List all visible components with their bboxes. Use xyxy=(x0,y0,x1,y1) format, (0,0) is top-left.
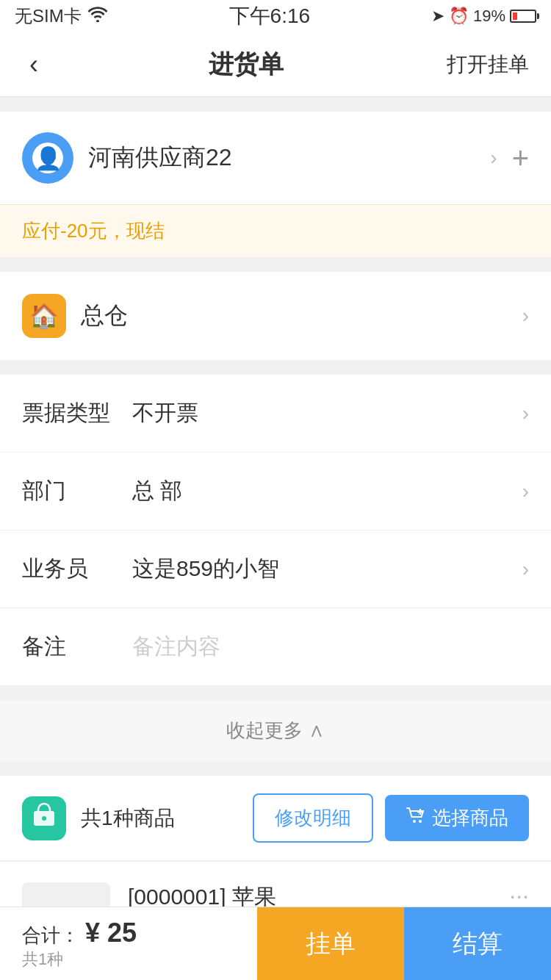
avatar-face: 👤 xyxy=(35,145,62,171)
cart-icon xyxy=(406,807,426,829)
form-row-ticket[interactable]: 票据类型 不开票 › xyxy=(0,375,551,453)
total-amount: ¥ 25 xyxy=(85,918,137,948)
checkout-button[interactable]: 结算 xyxy=(404,907,551,980)
hang-button[interactable]: 挂单 xyxy=(257,907,404,980)
form-section: 票据类型 不开票 › 部门 总 部 › 业务员 这是859的小智 › 备注 备注… xyxy=(0,375,551,685)
avatar-inner: 👤 xyxy=(32,143,63,173)
product-more-button[interactable]: ··· xyxy=(497,882,529,909)
bottom-bar: 合计： ¥ 25 共1种 挂单 结算 xyxy=(0,907,551,980)
warehouse-chevron-icon: › xyxy=(522,304,529,328)
form-row-salesman[interactable]: 业务员 这是859的小智 › xyxy=(0,530,551,608)
product-header: 共1种商品 修改明细 选择商品 xyxy=(0,776,551,860)
status-right: ➤ ⏰ 19% xyxy=(431,7,536,26)
total-label: 合计： xyxy=(22,923,79,948)
warehouse-section: 🏠 总仓 › xyxy=(0,272,551,360)
department-chevron-icon: › xyxy=(522,480,529,503)
status-bar: 无SIM卡 下午6:16 ➤ ⏰ 19% xyxy=(0,0,551,32)
battery-label: 19% xyxy=(473,7,505,26)
open-hang-button[interactable]: 打开挂单 xyxy=(447,51,529,79)
nav-bar: ‹ 进货单 打开挂单 xyxy=(0,32,551,97)
salesman-value: 这是859的小智 xyxy=(118,554,522,584)
total-sub: 共1种 xyxy=(22,948,235,970)
supplier-add-button[interactable]: + xyxy=(512,142,529,175)
supplier-avatar: 👤 xyxy=(22,132,73,184)
warehouse-icon: 🏠 xyxy=(22,294,66,338)
page-title: 进货单 xyxy=(209,48,284,82)
battery-icon xyxy=(510,10,536,23)
edit-detail-button[interactable]: 修改明细 xyxy=(253,793,373,843)
remark-label: 备注 xyxy=(22,632,118,662)
svg-point-1 xyxy=(42,816,46,821)
supplier-section: 👤 河南供应商22 › + 应付-20元，现结 xyxy=(0,112,551,257)
collapse-label: 收起更多 ∧ xyxy=(226,718,324,743)
carrier-label: 无SIM卡 xyxy=(15,4,82,28)
salesman-chevron-icon: › xyxy=(522,558,529,581)
salesman-label: 业务员 xyxy=(22,554,118,584)
supplier-row[interactable]: 👤 河南供应商22 › + xyxy=(0,112,551,204)
ticket-label: 票据类型 xyxy=(22,398,118,428)
select-product-label: 选择商品 xyxy=(432,805,508,831)
svg-point-2 xyxy=(413,820,416,823)
ticket-value: 不开票 xyxy=(118,398,522,428)
remark-input[interactable]: 备注内容 xyxy=(118,632,529,662)
product-icon xyxy=(22,796,66,840)
department-label: 部门 xyxy=(22,476,118,506)
supplier-name: 河南供应商22 xyxy=(88,142,490,174)
total-section: 合计： ¥ 25 共1种 xyxy=(0,907,257,980)
ticket-chevron-icon: › xyxy=(522,402,529,425)
warehouse-icon-symbol: 🏠 xyxy=(29,302,59,330)
product-count-label: 共1种商品 xyxy=(81,804,253,832)
location-icon: ➤ xyxy=(431,7,444,26)
svg-point-3 xyxy=(419,820,422,823)
wifi-icon xyxy=(87,6,108,26)
back-button[interactable]: ‹ xyxy=(22,42,46,87)
form-row-remark[interactable]: 备注 备注内容 xyxy=(0,608,551,685)
status-left: 无SIM卡 xyxy=(15,4,108,28)
payment-notice: 应付-20元，现结 xyxy=(0,204,551,257)
product-icon-symbol xyxy=(31,802,57,834)
collapse-row[interactable]: 收起更多 ∧ xyxy=(0,700,551,761)
product-code: [0000001] 苹果 xyxy=(128,884,276,909)
select-product-button[interactable]: 选择商品 xyxy=(385,795,529,841)
time-label: 下午6:16 xyxy=(229,2,311,30)
supplier-chevron-icon: › xyxy=(490,146,497,170)
warehouse-row[interactable]: 🏠 总仓 › xyxy=(0,272,551,360)
alarm-icon: ⏰ xyxy=(449,7,469,26)
department-value: 总 部 xyxy=(118,476,522,506)
warehouse-name: 总仓 xyxy=(81,300,522,332)
form-row-department[interactable]: 部门 总 部 › xyxy=(0,453,551,530)
